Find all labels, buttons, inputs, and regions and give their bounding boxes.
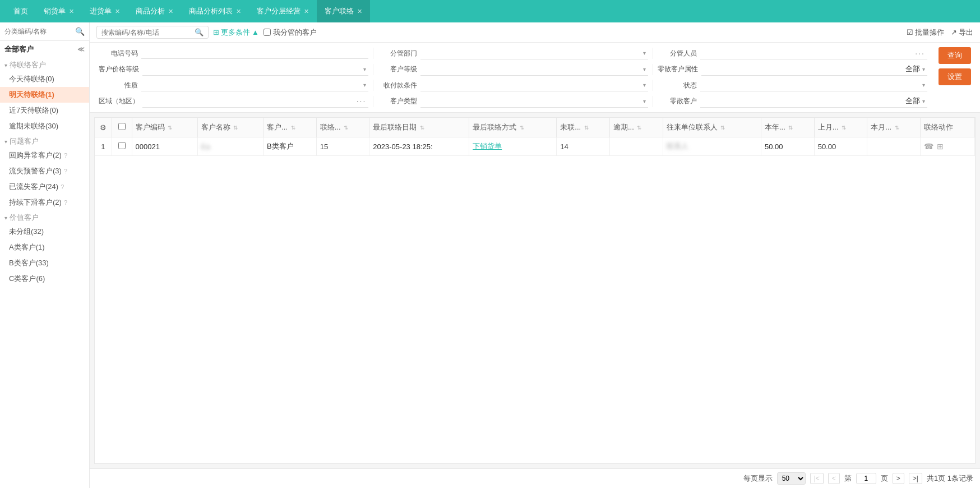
prev-page-button[interactable]: < <box>828 473 840 484</box>
column-customer-name: 客户名称 ⇅ <box>197 118 263 137</box>
sort-code-icon[interactable]: ⇅ <box>168 125 172 131</box>
row-checkbox[interactable] <box>118 142 126 149</box>
group-problem-customers[interactable]: 问题客户 <box>0 134 89 148</box>
sidebar-item-declining[interactable]: 持续下滑客户(2) ? <box>0 195 89 210</box>
nav-item-purchase[interactable]: 进货单 ✕ <box>82 0 128 22</box>
toolbar-search-input[interactable] <box>101 29 192 36</box>
export-button[interactable]: ↗ 导出 <box>951 27 973 38</box>
sort-last-month-icon[interactable]: ⇅ <box>842 125 846 131</box>
filter-gender-select[interactable]: ▾ <box>141 79 368 91</box>
next-page-button[interactable]: > <box>893 473 904 484</box>
filter-customer-type-select[interactable]: ▾ <box>420 95 648 108</box>
filter-dept-select[interactable]: ▾ <box>420 47 648 59</box>
sidebar-item-ungrouped[interactable]: 未分组(32) <box>0 224 89 240</box>
row-contact-method-link[interactable]: 下销货单 <box>473 142 502 150</box>
filter-person-label: 分管人员 <box>658 49 697 58</box>
setting-button[interactable]: 设置 <box>939 68 971 85</box>
my-customers-checkbox-label[interactable]: 我分管的客户 <box>264 27 317 38</box>
group-pending-contact[interactable]: 待联络客户 <box>0 58 89 71</box>
close-sales-icon[interactable]: ✕ <box>69 8 74 15</box>
filter-region-select[interactable]: ··· <box>142 95 368 108</box>
row-last-contact-method: 下销货单 <box>469 137 557 156</box>
sidebar-item-class-a[interactable]: A类客户(1) <box>0 240 89 255</box>
column-this-month: 本月... ⇅ <box>867 118 921 137</box>
nav-item-product-analysis-list[interactable]: 商品分析列表 ✕ <box>181 0 249 22</box>
filter-actions: 查询 设置 <box>939 47 971 108</box>
close-product-list-icon[interactable]: ✕ <box>236 8 241 15</box>
row-this-year: 50.00 <box>761 137 815 156</box>
help-icon-1[interactable]: ? <box>64 152 67 159</box>
nav-item-customer-contact[interactable]: 客户联络 ✕ <box>317 0 370 22</box>
row-contact-person: 联系人 <box>663 137 761 156</box>
batch-operation-button[interactable]: ☑ 批量操作 <box>907 27 944 38</box>
nav-item-sales[interactable]: 销货单 ✕ <box>36 0 82 22</box>
help-icon-2[interactable]: ? <box>64 168 67 174</box>
close-contact-icon[interactable]: ✕ <box>357 8 362 15</box>
sidebar-item-overdue-contact[interactable]: 逾期未联络(30) <box>0 118 89 134</box>
sort-uncontacted-icon[interactable]: ⇅ <box>584 125 589 131</box>
more-action-icon[interactable]: ⊞ <box>937 142 944 151</box>
close-product-analysis-icon[interactable]: ✕ <box>168 8 173 15</box>
per-page-select[interactable]: 50 10 20 100 <box>777 472 806 485</box>
filter-retail-customer-field: 零散客户 全部 ▾ <box>658 95 927 108</box>
chevron-down-payment-icon: ▾ <box>643 82 646 88</box>
nav-item-home[interactable]: 首页 <box>6 0 36 22</box>
more-conditions-button[interactable]: ⊞ 更多条件 ▲ <box>213 27 259 38</box>
sort-method-icon[interactable]: ⇅ <box>520 125 524 131</box>
nav-item-customer-segment[interactable]: 客户分层经营 ✕ <box>249 0 317 22</box>
row-type: B类客户 <box>264 137 317 156</box>
sort-year-icon[interactable]: ⇅ <box>788 125 793 131</box>
page-number-input[interactable] <box>856 473 876 484</box>
my-customers-checkbox[interactable] <box>264 29 271 36</box>
sort-overdue-icon[interactable]: ⇅ <box>637 125 641 131</box>
first-page-button[interactable]: |< <box>810 473 824 484</box>
sort-person-icon[interactable]: ⇅ <box>720 125 725 131</box>
sidebar-item-class-c[interactable]: C类客户(6) <box>0 271 89 287</box>
filter-status-label: 状态 <box>658 81 697 90</box>
filter-price-level-select[interactable]: ▾ <box>142 63 368 76</box>
nav-item-product-analysis[interactable]: 商品分析 ✕ <box>128 0 181 22</box>
row-code: 000021 <box>132 137 197 156</box>
chevron-down-type-icon: ▾ <box>643 98 646 104</box>
select-all-checkbox[interactable] <box>118 123 126 130</box>
filter-payment-select[interactable]: ▾ <box>420 79 648 91</box>
batch-icon: ☑ <box>907 28 913 36</box>
sidebar-item-class-b[interactable]: B类客户(33) <box>0 255 89 271</box>
sidebar-item-tomorrow-contact[interactable]: 明天待联络(1) <box>0 87 89 103</box>
help-icon-3[interactable]: ? <box>61 183 64 190</box>
sidebar-search-icon[interactable]: 🔍 <box>75 27 85 36</box>
gear-icon[interactable]: ⚙ <box>100 123 107 132</box>
row-name: Ea <box>197 137 263 156</box>
group-value-customers[interactable]: 价值客户 <box>0 210 89 224</box>
collapse-icon[interactable]: ≪ <box>77 45 85 53</box>
all-customers-header[interactable]: 全部客户 ≪ <box>0 41 89 58</box>
close-segment-icon[interactable]: ✕ <box>304 8 309 15</box>
phone-action-icon[interactable]: ☎ <box>924 142 933 151</box>
row-contact-person-value: 联系人 <box>667 142 688 150</box>
sidebar-item-7days-contact[interactable]: 近7天待联络(0) <box>0 103 89 118</box>
filter-retail-customer-select[interactable]: 全部 ▾ <box>700 95 927 108</box>
filter-person-select[interactable]: ··· <box>700 47 927 59</box>
sidebar-item-abnormal-repurchase[interactable]: 回购异常客户(2) ? <box>0 148 89 163</box>
sidebar-search-input[interactable] <box>4 27 73 35</box>
sort-name-icon[interactable]: ⇅ <box>233 125 238 131</box>
chevron-down-price-icon: ▾ <box>363 66 366 72</box>
content-area: 🔍 ⊞ 更多条件 ▲ 我分管的客户 ☑ 批量操作 ↗ 导出 <box>90 22 980 488</box>
close-purchase-icon[interactable]: ✕ <box>115 8 120 15</box>
filter-person-field: 分管人员 ··· <box>658 47 927 59</box>
sort-date-icon[interactable]: ⇅ <box>420 125 424 131</box>
filter-phone-input[interactable] <box>141 48 368 59</box>
toolbar-search-icon[interactable]: 🔍 <box>195 28 204 36</box>
filter-status-select[interactable]: ▾ <box>700 79 927 91</box>
sidebar-item-churn-warning[interactable]: 流失预警客户(3) ? <box>0 163 89 179</box>
filter-customer-level-select[interactable]: ▾ <box>420 63 648 76</box>
filter-retail-attr-select[interactable]: 全部 ▾ <box>701 63 927 76</box>
last-page-button[interactable]: >| <box>909 473 922 484</box>
sort-this-month-icon[interactable]: ⇅ <box>895 125 899 131</box>
query-button[interactable]: 查询 <box>939 47 971 64</box>
sidebar-item-today-contact[interactable]: 今天待联络(0) <box>0 71 89 87</box>
sort-type-icon[interactable]: ⇅ <box>291 125 295 131</box>
sidebar-item-churned[interactable]: 已流失客户(24) ? <box>0 179 89 195</box>
help-icon-4[interactable]: ? <box>64 199 67 206</box>
sort-contact-icon[interactable]: ⇅ <box>344 125 348 131</box>
